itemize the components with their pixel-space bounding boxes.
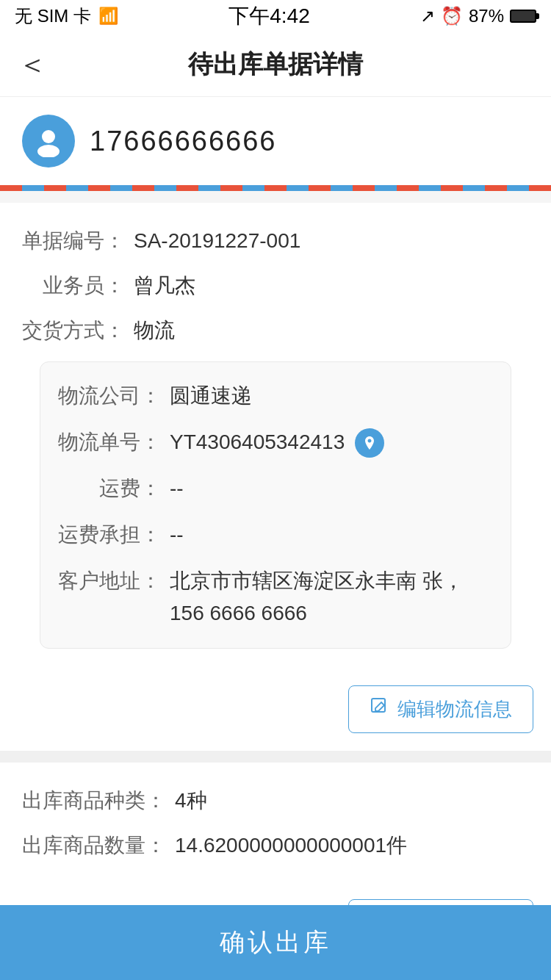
customer-phone: 17666666666 xyxy=(90,126,276,157)
summary-section: 出库商品种类： 4种 出库商品数量： 14.6200000000000001件 xyxy=(0,763,551,884)
tracking-value: YT4306405342413 xyxy=(161,426,493,459)
address-value: 北京市市辖区海淀区永丰南 张，156 6666 6666 xyxy=(161,565,493,631)
status-time: 下午4:42 xyxy=(228,2,310,30)
logistics-company-row: 物流公司： 圆通速递 xyxy=(58,380,493,413)
section-separator-1 xyxy=(0,751,551,763)
order-id-row: 单据编号： SA-20191227-001 xyxy=(22,225,529,258)
confirm-outbound-button[interactable]: 确认出库 xyxy=(0,926,551,959)
delivery-value: 物流 xyxy=(125,314,529,347)
product-quantity-row: 出库商品数量： 14.6200000000000001件 xyxy=(22,829,529,862)
logistics-company-label: 物流公司： xyxy=(58,380,161,413)
battery-icon xyxy=(510,10,536,23)
freight-row: 运费： -- xyxy=(58,472,493,505)
back-button[interactable]: ＜ xyxy=(18,44,47,84)
freight-bearer-label: 运费承担： xyxy=(58,519,161,552)
product-types-label: 出库商品种类： xyxy=(22,785,166,818)
address-label: 客户地址： xyxy=(58,565,161,598)
address-row: 客户地址： 北京市市辖区海淀区永丰南 张，156 6666 6666 xyxy=(58,565,493,631)
sales-label: 业务员： xyxy=(22,270,125,303)
status-right: ↗ ⏰ 87% xyxy=(420,6,536,26)
customer-header: 17666666666 xyxy=(0,97,551,185)
product-types-value: 4种 xyxy=(166,785,529,818)
logistics-company-value: 圆通速递 xyxy=(161,380,493,413)
delivery-row: 交货方式： 物流 xyxy=(22,314,529,347)
tracking-label: 物流单号： xyxy=(58,426,161,459)
edit-logistics-label: 编辑物流信息 xyxy=(397,696,512,722)
carrier-label: 无 SIM 卡 xyxy=(15,4,91,28)
tracking-row: 物流单号： YT4306405342413 xyxy=(58,426,493,459)
sales-value: 曾凡杰 xyxy=(125,270,529,303)
logistics-card: 物流公司： 圆通速递 物流单号： YT4306405342413 运费： -- … xyxy=(40,361,511,649)
battery-label: 87% xyxy=(469,6,504,26)
edit-logistics-button[interactable]: 编辑物流信息 xyxy=(348,685,533,733)
delivery-label: 交货方式： xyxy=(22,314,125,347)
freight-bearer-value: -- xyxy=(161,519,493,552)
order-id-label: 单据编号： xyxy=(22,225,125,258)
location-icon: ↗ xyxy=(420,6,435,26)
order-info-section: 单据编号： SA-20191227-001 业务员： 曾凡杰 交货方式： 物流 … xyxy=(0,203,551,671)
status-left: 无 SIM 卡 📶 xyxy=(15,4,118,28)
tracking-location-icon[interactable] xyxy=(355,428,384,458)
product-types-row: 出库商品种类： 4种 xyxy=(22,785,529,818)
svg-point-1 xyxy=(37,145,60,157)
freight-value: -- xyxy=(161,472,493,505)
product-quantity-value: 14.6200000000000001件 xyxy=(166,829,529,862)
wifi-icon: 📶 xyxy=(98,7,118,26)
order-id-value: SA-20191227-001 xyxy=(125,225,529,258)
page-title: 待出库单据详情 xyxy=(188,48,363,82)
tracking-number: YT4306405342413 xyxy=(170,426,345,459)
edit-btn-row: 编辑物流信息 xyxy=(0,671,551,751)
sales-row: 业务员： 曾凡杰 xyxy=(22,270,529,303)
freight-label: 运费： xyxy=(58,472,161,505)
alarm-icon: ⏰ xyxy=(441,6,463,26)
svg-point-0 xyxy=(42,130,55,143)
avatar xyxy=(22,115,75,167)
edit-icon xyxy=(370,696,390,722)
avatar-icon xyxy=(32,125,65,157)
confirm-btn-container: 确认出库 xyxy=(0,905,551,980)
freight-bearer-row: 运费承担： -- xyxy=(58,519,493,552)
nav-bar: ＜ 待出库单据详情 xyxy=(0,32,551,97)
status-bar: 无 SIM 卡 📶 下午4:42 ↗ ⏰ 87% xyxy=(0,0,551,32)
dashed-divider xyxy=(0,185,551,191)
product-quantity-label: 出库商品数量： xyxy=(22,829,166,862)
